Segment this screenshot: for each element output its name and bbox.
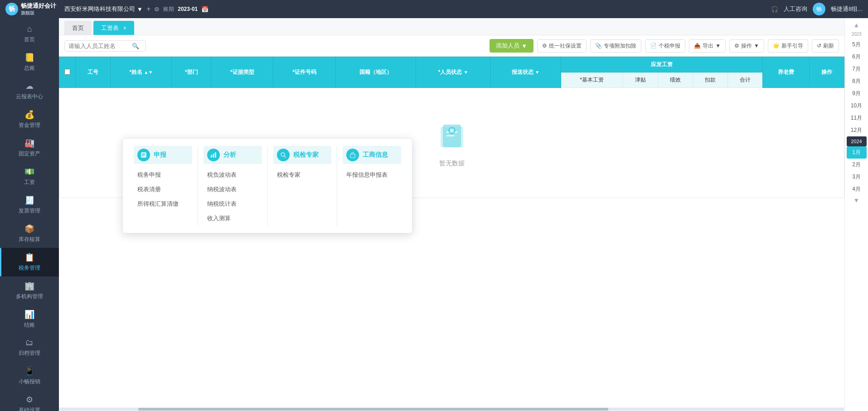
col-nation-header: 国籍（地区） [335, 57, 416, 88]
ledger-icon: 📒 [24, 53, 34, 63]
calendar-month-3[interactable]: 3月 [847, 171, 867, 183]
company-settings-icon[interactable]: ⚙ [154, 6, 160, 13]
add-dropdown-icon: ▼ [521, 43, 527, 49]
sidebar-item-inventory[interactable]: 📦 库存核算 [0, 219, 59, 248]
sidebar-label-archive: 归档管理 [19, 349, 40, 357]
user-name[interactable]: 畅捷通8组... [831, 5, 863, 13]
special-deduction-button[interactable]: 📎 专项附加扣除 [590, 39, 641, 53]
tab-home[interactable]: 首页 [64, 21, 92, 35]
sidebar-item-tax[interactable]: 📋 税务管理 [0, 248, 59, 276]
sidebar-item-settings[interactable]: ⚙ 基础设置 [0, 390, 59, 411]
col-status-header: *人员状态 ▼ [416, 57, 490, 88]
calendar-month-7[interactable]: 7月 [847, 63, 867, 75]
add-company-icon[interactable]: + [146, 5, 150, 13]
calendar-month-6[interactable]: 6月 [847, 51, 867, 63]
calendar-month-8[interactable]: 8月 [847, 75, 867, 87]
content-area: 首页 工资表 × 🔍 添加人员 ▼ ⚙ 统一社保设置 📎 [59, 18, 844, 411]
export-label: 导出 [703, 42, 713, 50]
calendar-nav-up[interactable]: ▲ [852, 20, 861, 30]
declaration-col-icon [137, 149, 150, 161]
sidebar-item-ledger[interactable]: 📒 总账 [0, 48, 59, 77]
calendar-nav-down[interactable]: ▼ [852, 195, 861, 205]
status-filter-icon[interactable]: ▼ [464, 70, 468, 75]
period-label: 账期 [163, 5, 174, 13]
tax-declaration-button[interactable]: 📄 个税申报 [645, 39, 685, 53]
dropdown-item-tax-expert[interactable]: 税检专家 [273, 168, 332, 182]
sidebar-item-asset[interactable]: 🏭 固定资产 [0, 134, 59, 162]
operate-dropdown-icon: ▼ [754, 43, 759, 49]
col-checkbox[interactable] [59, 57, 76, 88]
svg-rect-9 [211, 155, 212, 158]
col-id-type-header: *证据类型 [211, 57, 273, 88]
col-total-header: 合计 [728, 73, 763, 88]
calendar-month-9[interactable]: 9月 [847, 87, 867, 100]
salary-icon: 💵 [24, 167, 34, 177]
export-button[interactable]: 📤 导出 ▼ [689, 39, 726, 53]
select-all-checkbox[interactable] [64, 69, 70, 75]
sidebar-item-archive[interactable]: 🗂 归档管理 [0, 334, 59, 362]
dropdown-item-tax-form[interactable]: 税表清册 [134, 182, 192, 197]
svg-rect-3 [446, 135, 455, 136]
calendar-month-11[interactable]: 11月 [847, 112, 867, 124]
calendar-month-5[interactable]: 5月 [847, 39, 867, 51]
scroll-thumb[interactable] [138, 408, 608, 411]
social-insurance-button[interactable]: ⚙ 统一社保设置 [537, 39, 587, 53]
dropdown-item-tax-stats[interactable]: 纳税统计表 [204, 197, 262, 211]
sidebar-label-salary: 工资 [24, 179, 35, 186]
bottom-scrollbar[interactable] [59, 407, 844, 411]
declaration-col-title: 申报 [154, 151, 166, 159]
sidebar-item-home[interactable]: ⌂ 首页 [0, 20, 59, 48]
sidebar-item-cloud[interactable]: ☁ 云报表中心 [0, 77, 59, 105]
tab-close-icon[interactable]: × [123, 25, 126, 31]
sidebar-item-multi[interactable]: 🏢 多机构管理 [0, 276, 59, 305]
settings-icon: ⚙ [26, 395, 33, 405]
search-input[interactable] [68, 43, 132, 49]
dropdown-col-declaration: 申报 税务申报 税表清册 所得税汇算清缴 [130, 146, 196, 226]
help-text[interactable]: 人工咨询 [784, 5, 807, 13]
calendar-year-2024-label: 2024 [847, 136, 867, 146]
dropdown-item-annual-report[interactable]: 年报信息申报表 [343, 168, 401, 182]
refresh-button[interactable]: ↺ 刷新 [812, 39, 839, 53]
col-deduct-header: 扣款 [693, 73, 727, 88]
analysis-col-title: 分析 [223, 151, 236, 159]
company-selector[interactable]: 西安虾米网络科技有限公司 ▼ [64, 5, 143, 13]
calendar-month-4[interactable]: 4月 [847, 183, 867, 195]
sidebar-item-report[interactable]: 📱 小畅报销 [0, 362, 59, 390]
dropdown-item-income-calc[interactable]: 收入测算 [204, 211, 262, 226]
logo-icon: 畅 [5, 3, 18, 15]
tab-home-label: 首页 [72, 24, 84, 31]
operate-label: 操作 [741, 42, 752, 50]
dropdown-item-tax-wave[interactable]: 纳税波动表 [204, 182, 262, 197]
period-value: 2023-01 [178, 6, 198, 12]
calendar-month-2[interactable]: 2月 [847, 159, 867, 171]
search-icon: 🔍 [132, 43, 139, 49]
add-employee-button[interactable]: 添加人员 ▼ [490, 39, 533, 53]
svg-line-13 [284, 156, 286, 158]
sidebar-item-invoice[interactable]: 🧾 发票管理 [0, 191, 59, 219]
col-perf-header: 绩效 [658, 73, 693, 88]
tab-salary[interactable]: 工资表 × [93, 21, 134, 35]
calendar-month-12[interactable]: 12月 [847, 124, 867, 136]
search-box[interactable]: 🔍 [64, 40, 146, 52]
name-sort-icon[interactable]: ▲▼ [144, 70, 153, 75]
multi-icon: 🏢 [24, 281, 34, 291]
guide-btn-icon: 🌟 [773, 43, 780, 49]
dropdown-item-tax-burden[interactable]: 税负波动表 [204, 168, 262, 182]
sidebar-label-invoice: 发票管理 [19, 207, 40, 215]
calendar-month-1[interactable]: 1月 [847, 146, 867, 159]
business-col-icon [346, 149, 359, 161]
logo-area: 畅 畅捷通好会计 旗舰版 [5, 2, 56, 16]
calendar-month-10[interactable]: 10月 [847, 100, 867, 112]
dropdown-item-tax-settlement[interactable]: 所得税汇算清缴 [134, 197, 192, 211]
period-calendar-icon[interactable]: 📅 [201, 6, 209, 13]
dropdown-item-tax-declaration[interactable]: 税务申报 [134, 168, 192, 182]
sidebar-item-checkout[interactable]: 📊 结账 [0, 305, 59, 334]
svg-rect-14 [350, 154, 355, 158]
sidebar-item-salary[interactable]: 💵 工资 [0, 162, 59, 191]
guide-button[interactable]: 🌟 新手引导 [768, 39, 808, 53]
home-icon: ⌂ [27, 24, 32, 34]
sidebar-item-fund[interactable]: 💰 资金管理 [0, 105, 59, 134]
operate-button[interactable]: ⚙ 操作 ▼ [729, 39, 764, 53]
company-dropdown-icon[interactable]: ▼ [137, 6, 143, 13]
report-filter-icon[interactable]: ▼ [535, 70, 539, 75]
